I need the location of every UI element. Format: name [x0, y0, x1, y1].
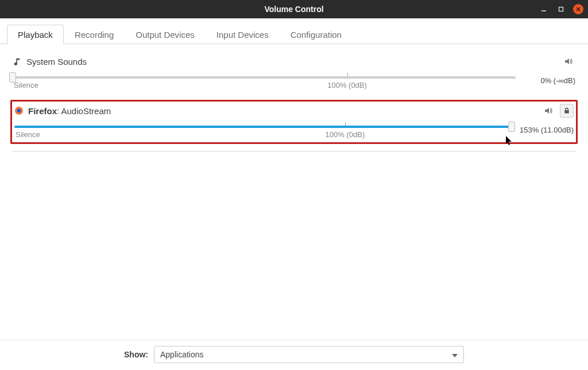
volume-slider-row: Silence 100% (0dB) 0% (-∞dB) — [13, 72, 575, 89]
close-button[interactable] — [573, 4, 583, 14]
stream-header: Firefox: AudioStream — [14, 104, 574, 118]
firefox-icon — [14, 106, 24, 115]
silence-label: Silence — [14, 81, 38, 89]
silence-label: Silence — [16, 130, 40, 139]
svg-point-5 — [17, 109, 21, 112]
stream-system-sounds: System Sounds Silence 100% (0dB) 0% (-∞d — [10, 52, 578, 93]
volume-value: 153% (11.00dB) — [520, 126, 574, 134]
volume-slider[interactable]: Silence 100% (0dB) — [13, 72, 516, 89]
tab-playback[interactable]: Playback — [7, 25, 64, 44]
tab-output-devices[interactable]: Output Devices — [125, 25, 206, 44]
minimize-button[interactable] — [539, 4, 549, 14]
mute-button[interactable] — [562, 54, 575, 68]
volume-value: 0% (-∞dB) — [524, 76, 575, 85]
stream-name: System Sounds — [26, 57, 87, 67]
titlebar: Volume Control — [0, 0, 588, 18]
stream-firefox-audiostream: Firefox: AudioStream Silence 100% (0dB) — [10, 100, 578, 144]
chevron-down-icon — [452, 350, 458, 359]
playback-content: System Sounds Silence 100% (0dB) 0% (-∞d — [0, 44, 588, 340]
tab-input-devices[interactable]: Input Devices — [206, 25, 280, 44]
lock-channels-button[interactable] — [560, 104, 574, 118]
tab-configuration[interactable]: Configuration — [280, 25, 353, 44]
peak-meter — [13, 151, 575, 152]
center-label: 100% (0dB) — [326, 130, 365, 139]
stream-desc: : AudioStream — [57, 106, 111, 116]
maximize-button[interactable] — [556, 4, 566, 14]
center-label: 100% (0dB) — [327, 81, 367, 89]
tab-bar: Playback Recording Output Devices Input … — [0, 18, 588, 44]
volume-slider-row: Silence 100% (0dB) 153% (11.00dB) — [14, 121, 574, 139]
footer: Show: Applications — [0, 340, 588, 368]
show-label: Show: — [124, 350, 148, 359]
volume-slider[interactable]: Silence 100% (0dB) — [14, 121, 512, 139]
svg-rect-1 — [559, 7, 563, 11]
stream-header: System Sounds — [13, 54, 575, 68]
stream-app-name: Firefox — [28, 106, 57, 116]
stream-name: Firefox: AudioStream — [28, 106, 111, 116]
show-dropdown[interactable]: Applications — [154, 346, 464, 363]
window-title: Volume Control — [0, 5, 588, 14]
window-controls — [539, 4, 583, 14]
music-note-icon — [13, 57, 22, 66]
tab-recording[interactable]: Recording — [64, 25, 125, 44]
mute-button[interactable] — [541, 104, 555, 118]
dropdown-value: Applications — [160, 350, 204, 359]
